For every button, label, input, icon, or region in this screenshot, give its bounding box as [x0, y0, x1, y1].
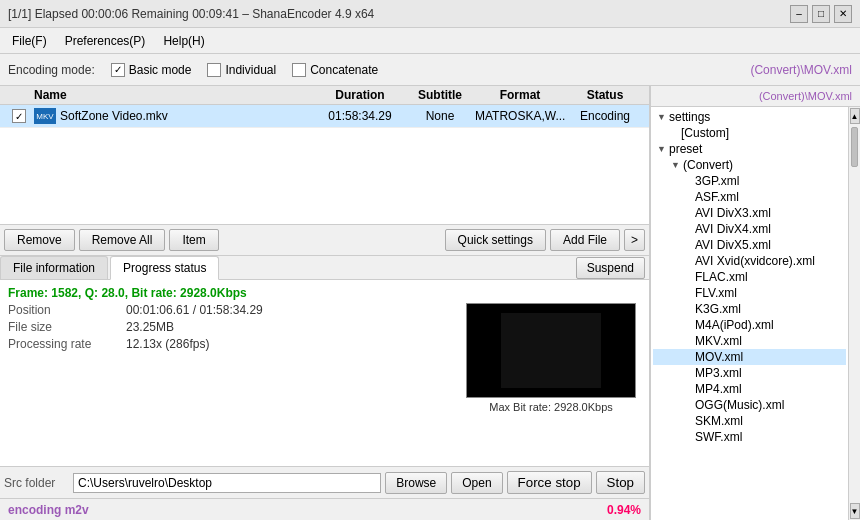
scrollbar-thumb[interactable]	[851, 127, 858, 167]
tree-header: (Convert)\MOV.xml	[651, 86, 860, 107]
remove-all-button[interactable]: Remove All	[79, 229, 166, 251]
tree-label-mkv: MKV.xml	[695, 334, 742, 348]
tree-label-ogg: OGG(Music).xml	[695, 398, 784, 412]
toolbar-spacer	[223, 229, 441, 251]
processing-value: 12.13x (286fps)	[126, 337, 209, 351]
item-button[interactable]: Item	[169, 229, 218, 251]
tree-item-avidivx3[interactable]: AVI DivX3.xml	[653, 205, 846, 221]
tab-file-information[interactable]: File information	[0, 256, 108, 279]
tree-item-settings[interactable]: ▼settings	[653, 109, 846, 125]
mode-individual[interactable]: Individual	[207, 63, 276, 77]
open-button[interactable]: Open	[451, 472, 502, 494]
force-stop-button[interactable]: Force stop	[507, 471, 592, 494]
tree-item-custom[interactable]: [Custom]	[653, 125, 846, 141]
tree-item-swf[interactable]: SWF.xml	[653, 429, 846, 445]
tree-preset-path: (Convert)\MOV.xml	[759, 90, 852, 102]
file-icon: MKV	[34, 108, 56, 124]
quick-settings-button[interactable]: Quick settings	[445, 229, 546, 251]
tree-label-avidivx4: AVI DivX4.xml	[695, 222, 771, 236]
tree-label-mp4: MP4.xml	[695, 382, 742, 396]
file-status: Encoding	[565, 109, 645, 123]
tree-label-settings: settings	[669, 110, 710, 124]
tree-item-m4a[interactable]: M4A(iPod).xml	[653, 317, 846, 333]
stop-button[interactable]: Stop	[596, 471, 645, 494]
tree-label-avidivx5: AVI DivX5.xml	[695, 238, 771, 252]
file-duration: 01:58:34.29	[315, 109, 405, 123]
frame-info: Frame: 1582, Q: 28.0, Bit rate: 2928.0Kb…	[8, 286, 641, 300]
scroll-down-arrow[interactable]: ▼	[850, 503, 860, 519]
tree-label-flac: FLAC.xml	[695, 270, 748, 284]
tree-item-mkv[interactable]: MKV.xml	[653, 333, 846, 349]
tree-scroll-container: ▼settings[Custom]▼preset▼(Convert)3GP.xm…	[651, 107, 860, 520]
tree-arrow-settings: ▼	[657, 112, 667, 122]
position-label: Position	[8, 303, 118, 317]
tree-label-custom: [Custom]	[681, 126, 729, 140]
col-header-status: Status	[565, 88, 645, 102]
individual-checkbox[interactable]	[207, 63, 221, 77]
file-check[interactable]: ✓	[12, 109, 26, 123]
title-controls: – □ ✕	[790, 5, 852, 23]
col-header-check	[4, 88, 34, 102]
tree-item-ogg[interactable]: OGG(Music).xml	[653, 397, 846, 413]
col-header-format: Format	[475, 88, 565, 102]
tree-label-mp3: MP3.xml	[695, 366, 742, 380]
tree-item-flac[interactable]: FLAC.xml	[653, 269, 846, 285]
preset-link[interactable]: (Convert)\MOV.xml	[750, 63, 852, 77]
more-button[interactable]: >	[624, 229, 645, 251]
tree-item-convert[interactable]: ▼(Convert)	[653, 157, 846, 173]
tree-item-asf[interactable]: ASF.xml	[653, 189, 846, 205]
tree-item-mp3[interactable]: MP3.xml	[653, 365, 846, 381]
file-format: MATROSKA,W...	[475, 109, 565, 123]
scrollbar-vertical[interactable]: ▲ ▼	[848, 107, 860, 520]
main-content: Name Duration Subtitle Format Status ✓ M…	[0, 86, 860, 520]
tree-item-mov[interactable]: MOV.xml	[653, 349, 846, 365]
menu-file[interactable]: File(F)	[4, 32, 55, 50]
tree-label-avixvid: AVI Xvid(xvidcore).xml	[695, 254, 815, 268]
filesize-value: 23.25MB	[126, 320, 174, 334]
tree-item-flv[interactable]: FLV.xml	[653, 285, 846, 301]
thumbnail-caption: Max Bit rate: 2928.0Kbps	[489, 401, 613, 413]
progress-panel: Frame: 1582, Q: 28.0, Bit rate: 2928.0Kb…	[0, 280, 649, 466]
menu-preferences[interactable]: Preferences(P)	[57, 32, 154, 50]
scroll-up-arrow[interactable]: ▲	[850, 108, 860, 124]
suspend-button[interactable]: Suspend	[576, 257, 645, 279]
src-folder-input[interactable]	[73, 473, 381, 493]
basic-mode-label: Basic mode	[129, 63, 192, 77]
close-button[interactable]: ✕	[834, 5, 852, 23]
tab-bar: File information Progress status Suspend	[0, 256, 649, 280]
menu-help[interactable]: Help(H)	[155, 32, 212, 50]
mode-basic[interactable]: ✓ Basic mode	[111, 63, 192, 77]
tab-progress-status[interactable]: Progress status	[110, 256, 219, 280]
title-bar: [1/1] Elapsed 00:00:06 Remaining 00:09:4…	[0, 0, 860, 28]
maximize-button[interactable]: □	[812, 5, 830, 23]
tree-label-k3g: K3G.xml	[695, 302, 741, 316]
browse-button[interactable]: Browse	[385, 472, 447, 494]
tree-item-avidivx4[interactable]: AVI DivX4.xml	[653, 221, 846, 237]
minimize-button[interactable]: –	[790, 5, 808, 23]
tree-arrow-preset: ▼	[657, 144, 667, 154]
row-checkbox[interactable]: ✓	[4, 109, 34, 123]
tree-item-k3g[interactable]: K3G.xml	[653, 301, 846, 317]
mode-concatenate[interactable]: Concatenate	[292, 63, 378, 77]
filesize-label: File size	[8, 320, 118, 334]
basic-mode-checkbox[interactable]: ✓	[111, 63, 125, 77]
tree-item-skm[interactable]: SKM.xml	[653, 413, 846, 429]
status-encoding-label: encoding m2v	[8, 503, 89, 517]
thumbnail-inner	[501, 313, 601, 388]
table-row[interactable]: ✓ MKV SoftZone Video.mkv 01:58:34.29 Non…	[0, 105, 649, 128]
file-subtitle: None	[405, 109, 475, 123]
stat-row-filesize: File size 23.25MB	[8, 320, 461, 334]
tree-item-preset[interactable]: ▼preset	[653, 141, 846, 157]
thumbnail-box	[466, 303, 636, 398]
tree-item-avidivx5[interactable]: AVI DivX5.xml	[653, 237, 846, 253]
progress-right: Max Bit rate: 2928.0Kbps	[461, 303, 641, 460]
progress-info-container: Position 00:01:06.61 / 01:58:34.29 File …	[8, 303, 641, 460]
tree-container: ▼settings[Custom]▼preset▼(Convert)3GP.xm…	[651, 107, 848, 520]
tree-item-mp4[interactable]: MP4.xml	[653, 381, 846, 397]
remove-button[interactable]: Remove	[4, 229, 75, 251]
add-file-button[interactable]: Add File	[550, 229, 620, 251]
file-list-header: Name Duration Subtitle Format Status	[0, 86, 649, 105]
tree-item-3gp[interactable]: 3GP.xml	[653, 173, 846, 189]
concatenate-checkbox[interactable]	[292, 63, 306, 77]
tree-item-avixvid[interactable]: AVI Xvid(xvidcore).xml	[653, 253, 846, 269]
